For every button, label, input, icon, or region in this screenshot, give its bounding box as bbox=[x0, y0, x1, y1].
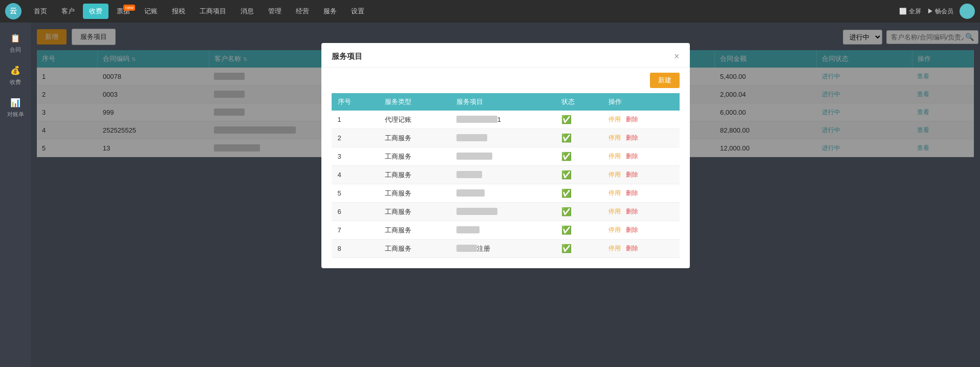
modal-cell-ops: 停用 删除 bbox=[602, 240, 680, 258]
top-navigation: 云 首页 客户 收费 票据 new 记账 报税 工商项目 消息 管理 经营 服务… bbox=[0, 0, 980, 23]
modal-header: 服务项目 × bbox=[321, 43, 690, 68]
nav-home[interactable]: 首页 bbox=[28, 4, 53, 19]
modal-cell-seq: 7 bbox=[332, 221, 379, 240]
modal-cell-ops: 停用 删除 bbox=[602, 129, 680, 147]
modal-table-row: 3 工商服务 ✅ 停用 删除 bbox=[332, 147, 680, 166]
modal-cell-seq: 3 bbox=[332, 147, 379, 166]
modal-cell-seq: 4 bbox=[332, 166, 379, 184]
modal-close-button[interactable]: × bbox=[674, 51, 680, 62]
nav-shezhi[interactable]: 设置 bbox=[345, 4, 371, 19]
sidebar-item-hetong[interactable]: 📋 合同 bbox=[0, 28, 31, 58]
main-layout: 📋 合同 💰 收费 📊 对账单 新增 服务项目 进行中 全部 已结束 bbox=[0, 23, 980, 367]
nav-customer[interactable]: 客户 bbox=[55, 4, 81, 19]
stop-button[interactable]: 停用 bbox=[608, 189, 621, 197]
delete-button[interactable]: 删除 bbox=[626, 189, 638, 197]
modal-cell-ops: 停用 删除 bbox=[602, 166, 680, 184]
modal-col-ops: 操作 bbox=[602, 93, 680, 111]
modal-cell-status: ✅ bbox=[555, 166, 602, 184]
modal-cell-seq: 1 bbox=[332, 111, 379, 129]
modal-cell-item: 注册 bbox=[450, 240, 555, 258]
stop-button[interactable]: 停用 bbox=[608, 116, 621, 123]
nav-guanli[interactable]: 管理 bbox=[262, 4, 288, 19]
blurred-item bbox=[456, 245, 477, 252]
sidebar-item-shoufei-label: 收费 bbox=[10, 78, 21, 86]
nav-piaoju[interactable]: 票据 new bbox=[111, 4, 136, 19]
stop-button[interactable]: 停用 bbox=[608, 208, 621, 215]
modal-col-status: 状态 bbox=[555, 93, 602, 111]
modal-cell-ops: 停用 删除 bbox=[602, 184, 680, 203]
modal-cell-status: ✅ bbox=[555, 129, 602, 147]
delete-button[interactable]: 删除 bbox=[626, 245, 638, 252]
delete-button[interactable]: 删除 bbox=[626, 226, 638, 233]
modal-cell-type: 工商服务 bbox=[379, 221, 450, 240]
stop-button[interactable]: 停用 bbox=[608, 226, 621, 233]
sidebar: 📋 合同 💰 收费 📊 对账单 bbox=[0, 23, 31, 367]
fullscreen-label[interactable]: ⬜ 全屏 bbox=[899, 7, 921, 16]
delete-button[interactable]: 删除 bbox=[626, 208, 638, 215]
delete-button[interactable]: 删除 bbox=[626, 116, 638, 123]
modal-cell-item bbox=[450, 129, 555, 147]
modal-cell-ops: 停用 删除 bbox=[602, 203, 680, 221]
stop-button[interactable]: 停用 bbox=[608, 153, 621, 160]
modal-overlay: 服务项目 × 新建 序号 服务类型 服务项目 状态 bbox=[31, 23, 980, 367]
blurred-item bbox=[456, 226, 480, 233]
status-check-icon: ✅ bbox=[561, 226, 572, 234]
modal-table-row: 7 工商服务 ✅ 停用 删除 bbox=[332, 221, 680, 240]
modal-table-container: 序号 服务类型 服务项目 状态 操作 1 代理记账 1 bbox=[321, 93, 690, 268]
modal-cell-type: 工商服务 bbox=[379, 203, 450, 221]
modal-col-item: 服务项目 bbox=[450, 93, 555, 111]
modal-cell-type: 工商服务 bbox=[379, 147, 450, 166]
stop-button[interactable]: 停用 bbox=[608, 171, 621, 178]
sidebar-item-duizhang[interactable]: 📊 对账单 bbox=[0, 92, 31, 122]
delete-button[interactable]: 删除 bbox=[626, 153, 638, 160]
delete-button[interactable]: 删除 bbox=[626, 171, 638, 178]
status-check-icon: ✅ bbox=[561, 244, 572, 253]
blurred-item bbox=[456, 116, 497, 123]
nav-fuwu[interactable]: 服务 bbox=[317, 4, 343, 19]
nav-shoufei[interactable]: 收费 bbox=[83, 4, 108, 19]
vip-label[interactable]: ▶ 畅会员 bbox=[927, 7, 953, 16]
stop-button[interactable]: 停用 bbox=[608, 245, 621, 252]
modal-toolbar: 新建 bbox=[321, 68, 690, 93]
modal-cell-type: 代理记账 bbox=[379, 111, 450, 129]
status-check-icon: ✅ bbox=[561, 152, 572, 161]
nav-jizhang[interactable]: 记账 bbox=[138, 4, 164, 19]
modal-cell-item bbox=[450, 221, 555, 240]
modal-cell-status: ✅ bbox=[555, 184, 602, 203]
modal-cell-type: 工商服务 bbox=[379, 184, 450, 203]
user-avatar[interactable] bbox=[960, 4, 975, 19]
modal-cell-status: ✅ bbox=[555, 240, 602, 258]
statement-icon: 📊 bbox=[9, 96, 21, 109]
stop-button[interactable]: 停用 bbox=[608, 134, 621, 141]
modal-cell-status: ✅ bbox=[555, 147, 602, 166]
nav-gongshang[interactable]: 工商项目 bbox=[193, 4, 232, 19]
nav-xiaoxi[interactable]: 消息 bbox=[234, 4, 260, 19]
modal-cell-item: 1 bbox=[450, 111, 555, 129]
modal-table-row: 2 工商服务 ✅ 停用 删除 bbox=[332, 129, 680, 147]
app-logo: 云 bbox=[5, 3, 21, 19]
modal-cell-seq: 6 bbox=[332, 203, 379, 221]
modal-cell-item bbox=[450, 203, 555, 221]
modal-title: 服务项目 bbox=[332, 52, 362, 61]
nav-jingying[interactable]: 经营 bbox=[290, 4, 315, 19]
modal-col-type: 服务类型 bbox=[379, 93, 450, 111]
service-items-table: 序号 服务类型 服务项目 状态 操作 1 代理记账 1 bbox=[332, 93, 680, 258]
modal-cell-item bbox=[450, 147, 555, 166]
modal-cell-status: ✅ bbox=[555, 221, 602, 240]
blurred-item bbox=[456, 153, 492, 160]
modal-table-row: 1 代理记账 1 ✅ 停用 删除 bbox=[332, 111, 680, 129]
sidebar-item-shoufei[interactable]: 💰 收费 bbox=[0, 60, 31, 90]
modal-cell-item bbox=[450, 184, 555, 203]
modal-new-button[interactable]: 新建 bbox=[650, 73, 680, 88]
modal-table-row: 6 工商服务 ✅ 停用 删除 bbox=[332, 203, 680, 221]
nav-baoshui[interactable]: 报税 bbox=[166, 4, 191, 19]
delete-button[interactable]: 删除 bbox=[626, 134, 638, 141]
contract-icon: 📋 bbox=[9, 32, 21, 44]
status-check-icon: ✅ bbox=[561, 134, 572, 142]
modal-cell-type: 工商服务 bbox=[379, 129, 450, 147]
modal-cell-ops: 停用 删除 bbox=[602, 111, 680, 129]
fee-icon: 💰 bbox=[9, 64, 21, 76]
status-check-icon: ✅ bbox=[561, 170, 572, 179]
modal-table-row: 5 工商服务 ✅ 停用 删除 bbox=[332, 184, 680, 203]
blurred-item bbox=[456, 134, 487, 141]
